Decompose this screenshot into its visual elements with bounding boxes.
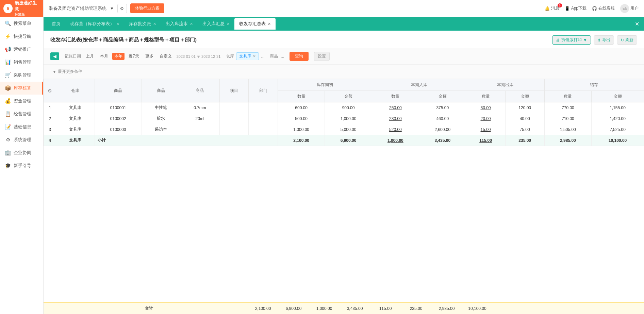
experience-button[interactable]: 体验行业方案 — [130, 3, 164, 13]
building-icon: 🏢 — [5, 150, 11, 156]
sidebar-item-sales[interactable]: 📊 销售管理 — [0, 56, 43, 69]
th-out-group: 本期出库 — [466, 79, 544, 91]
sidebar-item-enterprise[interactable]: 🏢 企业协同 — [0, 146, 43, 159]
th-product-name: 商品 — [142, 79, 180, 102]
date-last-month[interactable]: 上月 — [84, 53, 96, 60]
subtotal-label: 小计 — [95, 135, 278, 146]
subtotal-in-qty-link[interactable]: 1,000.00 — [387, 138, 403, 143]
logo-text2: 标准版 — [15, 12, 40, 17]
th-project: 项目 — [219, 79, 249, 102]
out-qty-link[interactable]: 15.00 — [480, 127, 491, 132]
date-last-7[interactable]: 近7天 — [127, 53, 141, 60]
warehouse-tag: 文具库 ✕ — [236, 52, 259, 60]
date-filter-group: 记账日期 上月 本月 本年 近7天 更多 自定义 2023-01-01 至 20… — [65, 53, 220, 60]
export-label: 导出 — [602, 37, 610, 43]
app-download-label: App下载 — [571, 5, 587, 11]
tab-home[interactable]: 首页 — [47, 18, 65, 30]
product-more-button[interactable]: ... — [281, 54, 284, 59]
refresh-button[interactable]: ↻ 刷新 — [617, 35, 637, 45]
logo-icon: 6 — [3, 4, 13, 13]
filter-settings-button[interactable]: 设置 — [314, 52, 330, 61]
row-closing-qty: 710.00 — [544, 113, 591, 124]
row-in-qty[interactable]: 230.00 — [372, 113, 419, 124]
row-department — [249, 102, 278, 113]
page-content: 收发存汇总表(按仓库＋商品编码＋商品＋规格型号＋项目＋部门) 🖨 拆镜版打印 ▼… — [44, 31, 644, 302]
filter-toggle-button[interactable]: ◀ — [50, 52, 59, 60]
out-qty-link[interactable]: 20.00 — [480, 116, 491, 121]
print-button[interactable]: 🖨 拆镜版打印 ▼ — [552, 35, 591, 45]
date-this-month[interactable]: 本月 — [98, 53, 110, 60]
tab-batch[interactable]: 库存批次账 ✕ — [124, 18, 161, 30]
warehouse-tag-close-icon[interactable]: ✕ — [253, 54, 256, 59]
tab-close-icon[interactable]: ✕ — [153, 22, 156, 26]
query-button[interactable]: 查询 — [290, 52, 309, 61]
subtotal-in-qty[interactable]: 1,000.00 — [372, 135, 419, 146]
tab-close-icon[interactable]: ✕ — [116, 22, 119, 26]
tab-receive-summary[interactable]: 收发存汇总表 ✕ — [234, 18, 276, 30]
tab-flow[interactable]: 出入库流水 ✕ — [161, 18, 198, 30]
date-more[interactable]: 更多 — [143, 53, 155, 60]
subtotal-out-qty[interactable]: 115.00 — [466, 135, 505, 146]
tab-bar-close-icon[interactable]: ✕ — [635, 21, 639, 27]
expand-row: ▼ 展开更多条件 — [44, 65, 644, 79]
settings-button[interactable]: ⚙ — [117, 4, 127, 13]
th-closing-group: 结存 — [544, 79, 644, 91]
th-settings[interactable]: ⚙ — [44, 79, 56, 102]
in-qty-link[interactable]: 250.00 — [389, 105, 402, 110]
subtotal-opening-qty: 2,100.00 — [278, 135, 325, 146]
row-out-qty[interactable]: 80.00 — [466, 102, 505, 113]
row-closing-qty: 1,505.00 — [544, 124, 591, 135]
app-download-item[interactable]: 📱 App下载 — [565, 5, 587, 11]
subtotal-no: 4 — [44, 135, 56, 146]
row-no: 1 — [44, 102, 56, 113]
row-in-qty[interactable]: 520.00 — [372, 124, 419, 135]
online-service-item[interactable]: 🎧 在线客服 — [592, 5, 615, 11]
table-settings-icon[interactable]: ⚙ — [48, 88, 52, 94]
notification-item[interactable]: 🔔 消息 6 — [545, 5, 559, 11]
sidebar-item-operations[interactable]: 📋 经营管理 — [0, 108, 43, 120]
export-button[interactable]: ⬆ 导出 — [594, 35, 614, 45]
row-in-amount: 375.00 — [419, 102, 466, 113]
sidebar-item-finance[interactable]: 💰 资金管理 — [0, 95, 43, 108]
row-out-qty[interactable]: 15.00 — [466, 124, 505, 135]
user-item[interactable]: Ea 用户 — [620, 4, 639, 13]
warehouse-more-button[interactable]: ... — [261, 54, 264, 59]
tab-close-icon[interactable]: ✕ — [190, 22, 193, 26]
date-this-year[interactable]: 本年 — [112, 53, 125, 60]
th-department: 部门 — [249, 79, 278, 102]
main-area: 装备及固定资产辅助管理系统 ▼ ⚙ 体验行业方案 🔔 消息 6 📱 App下载 … — [44, 0, 644, 314]
expand-arrow-icon: ▼ — [52, 69, 56, 74]
sidebar-item-inventory[interactable]: 📦 库存核算 — [0, 82, 43, 95]
in-qty-link[interactable]: 230.00 — [389, 116, 402, 121]
sidebar-item-search[interactable]: 🔍 搜索菜单 — [0, 17, 43, 30]
subtotal-row: 4 文具库 小计 2,100.00 6,900.00 1,000.00 3,43… — [44, 135, 644, 146]
sidebar-item-guide[interactable]: 🎓 新手引导 — [0, 159, 43, 172]
in-qty-link[interactable]: 520.00 — [389, 127, 402, 132]
refresh-label: 刷新 — [625, 37, 633, 43]
row-product-spec — [180, 124, 219, 135]
tab-inventory-dist[interactable]: 现存量（库存分布表） ✕ — [65, 18, 124, 30]
out-qty-link[interactable]: 80.00 — [480, 105, 491, 110]
sidebar-item-label: 企业协同 — [14, 150, 31, 156]
sidebar-item-system[interactable]: ⚙ 系统管理 — [0, 133, 43, 146]
row-opening-amount: 5,000.00 — [325, 124, 372, 135]
tab-close-icon[interactable]: ✕ — [268, 22, 271, 26]
table-row: 3 文具库 0100003 采访本 1,000.00 5,000.00 520.… — [44, 124, 644, 135]
sidebar-item-purchase[interactable]: 🛒 采购管理 — [0, 69, 43, 82]
sidebar-item-marketing[interactable]: 📢 营销推广 — [0, 43, 43, 56]
system-dropdown[interactable]: ▼ — [110, 6, 114, 11]
tab-close-icon[interactable]: ✕ — [227, 22, 230, 26]
expand-button[interactable]: ▼ 展开更多条件 — [50, 67, 84, 77]
sidebar-item-label: 销售管理 — [14, 59, 31, 65]
sidebar-item-basic-info[interactable]: 📝 基础信息 — [0, 120, 43, 133]
row-product-name: 采访本 — [142, 124, 180, 135]
date-custom[interactable]: 自定义 — [158, 53, 174, 60]
sidebar-item-quick-nav[interactable]: ⚡ 快捷导航 — [0, 30, 43, 43]
subtotal-in-amount: 3,435.00 — [419, 135, 466, 146]
header-right: 🔔 消息 6 📱 App下载 🎧 在线客服 Ea 用户 — [545, 4, 639, 13]
row-out-qty[interactable]: 20.00 — [466, 113, 505, 124]
row-in-qty[interactable]: 250.00 — [372, 102, 419, 113]
row-out-amount: 120.00 — [505, 102, 544, 113]
subtotal-out-qty-link[interactable]: 115.00 — [479, 138, 492, 143]
tab-inout-summary[interactable]: 出入库汇总 ✕ — [198, 18, 234, 30]
